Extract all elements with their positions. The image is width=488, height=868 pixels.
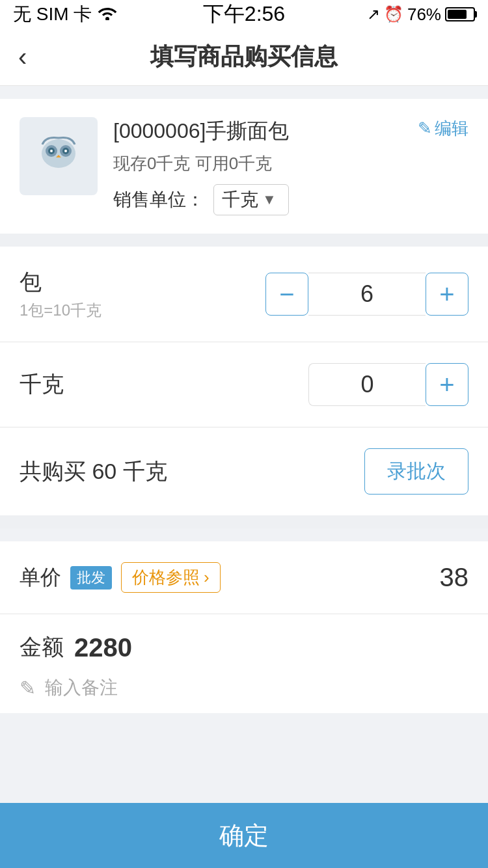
product-info: [0000006]手撕面包 ✎ 编辑 现存0千克 可用0千克 销售单位： 千克 … xyxy=(113,117,468,215)
price-value: 38 xyxy=(440,563,469,592)
amount-row: 金额 2280 xyxy=(20,632,468,662)
nav-bar: ‹ 填写商品购买信息 xyxy=(0,29,488,86)
status-right: ↗ ⏰ 76% xyxy=(367,5,475,25)
bao-stepper: − + xyxy=(265,273,468,316)
kg-stepper: + xyxy=(308,363,468,406)
bao-label: 包 1包=10千克 xyxy=(20,267,102,321)
bao-quantity-input[interactable] xyxy=(308,273,426,316)
price-section: 单价 批发 价格参照 › 38 xyxy=(0,541,488,614)
wifi-icon xyxy=(97,4,118,25)
confirm-bar[interactable]: 确定 xyxy=(0,803,488,868)
separator-1 xyxy=(0,234,488,247)
product-thumbnail xyxy=(20,117,98,195)
back-button[interactable]: ‹ xyxy=(18,42,27,72)
status-carrier: 无 SIM 卡 xyxy=(13,2,118,27)
chevron-right-icon: › xyxy=(204,567,210,588)
amount-label: 金额 xyxy=(20,632,64,662)
product-card: [0000006]手撕面包 ✎ 编辑 现存0千克 可用0千克 销售单位： 千克 … xyxy=(0,99,488,234)
price-ref-button[interactable]: 价格参照 › xyxy=(121,562,221,593)
kg-label: 千克 xyxy=(20,370,64,400)
amount-value: 2280 xyxy=(74,633,132,662)
unit-row: 销售单位： 千克 ▼ xyxy=(113,184,468,215)
edit-icon: ✎ xyxy=(418,118,432,139)
remark-row[interactable]: ✎ 输入备注 xyxy=(20,675,468,700)
kg-plus-button[interactable]: + xyxy=(426,363,468,406)
battery-pct-text: 76% xyxy=(407,5,441,25)
confirm-button-label: 确定 xyxy=(219,819,269,852)
alarm-icon: ⏰ xyxy=(384,5,403,23)
product-name: [0000006]手撕面包 xyxy=(113,117,289,146)
kg-quantity-input[interactable] xyxy=(308,363,426,406)
page-title: 填写商品购买信息 xyxy=(150,41,338,73)
separator-2 xyxy=(0,515,488,528)
edit-button[interactable]: ✎ 编辑 xyxy=(418,117,468,140)
unit-label: 销售单位： xyxy=(113,187,204,212)
svg-point-6 xyxy=(64,150,67,152)
bao-plus-button[interactable]: + xyxy=(426,273,468,316)
bao-sub-label: 1包=10千克 xyxy=(20,300,102,321)
remark-edit-icon: ✎ xyxy=(20,677,36,699)
product-stock: 现存0千克 可用0千克 xyxy=(113,152,468,175)
bao-minus-button[interactable]: − xyxy=(265,273,308,316)
product-owl-icon xyxy=(36,133,81,180)
price-tag-pifa: 批发 xyxy=(70,566,112,590)
carrier-text: 无 SIM 卡 xyxy=(13,2,92,27)
amount-section: 金额 2280 ✎ 输入备注 xyxy=(0,614,488,713)
status-time: 下午2:56 xyxy=(203,0,285,29)
status-bar: 无 SIM 卡 下午2:56 ↗ ⏰ 76% xyxy=(0,0,488,29)
remark-placeholder: 输入备注 xyxy=(45,675,118,700)
svg-point-5 xyxy=(50,150,53,152)
kg-main-label: 千克 xyxy=(20,370,64,400)
bao-main-label: 包 xyxy=(20,267,102,297)
location-icon: ↗ xyxy=(367,5,380,23)
price-left: 单价 批发 价格参照 › xyxy=(20,562,221,593)
total-text: 共购买 60 千克 xyxy=(20,457,167,487)
record-batch-button[interactable]: 录批次 xyxy=(364,448,468,495)
unit-select[interactable]: 千克 ▼ xyxy=(213,184,289,215)
summary-row: 共购买 60 千克 录批次 xyxy=(0,427,488,515)
kg-input-row: 千克 + xyxy=(0,342,488,427)
bao-input-row: 包 1包=10千克 − + xyxy=(0,247,488,342)
chevron-down-icon: ▼ xyxy=(262,191,277,208)
price-label: 单价 xyxy=(20,563,61,592)
battery-icon xyxy=(445,7,475,21)
